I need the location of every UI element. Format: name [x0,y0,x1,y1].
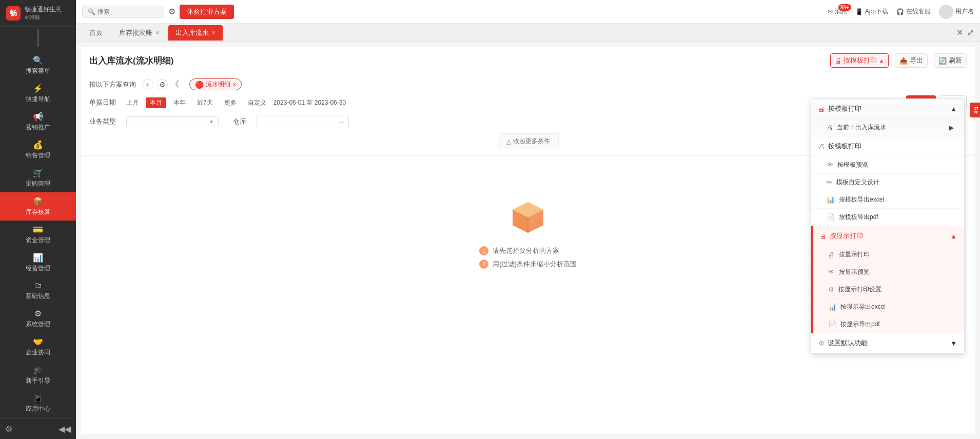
tab-batch-ledger-close-icon[interactable]: × [155,29,159,36]
date-option-this-year[interactable]: 本年 [169,97,190,108]
sidebar-item-finance[interactable]: 💳 资金管理 [0,221,76,249]
sidebar-item-search[interactable]: 🔍 搜索菜单 [0,51,76,79]
purchase-icon: 🛒 [33,168,43,178]
dropdown-template-custom[interactable]: ✏ 模板自定义设计 [811,174,964,191]
dropdown-main-label: 按模板打印 [828,104,861,113]
sidebar-item-marketing[interactable]: 📢 营销推广 [0,108,76,136]
warehouse-select[interactable]: ··· [257,115,349,128]
display-preview-icon: 👁 [828,268,835,276]
step-2-text: 用[过滤]条件来缩小分析范围 [493,260,576,269]
sidebar-label-inventory: 库存核算 [26,208,50,216]
sidebar-item-appstore[interactable]: 📱 应用中心 [0,389,76,417]
business-type-label: 业务类型 [89,117,116,126]
sidebar-item-inventory[interactable]: 📦 库存核算 [0,192,76,221]
refresh-btn[interactable]: 🔄 刷新 [934,53,967,68]
display-print-section-label: 按显示打印 [830,231,863,241]
topbar-search-input[interactable] [97,8,159,15]
app-badge: 标准版 [25,14,62,21]
template-excel-icon: 📊 [827,196,835,204]
sidebar-label-enterprise: 企业协同 [26,348,50,357]
online-service-label: 在线客服 [906,7,931,16]
tab-flow-close-icon[interactable]: × [212,29,215,36]
date-option-prev-month[interactable]: 上月 [122,97,143,108]
filter-row-top: 按以下方案查询 + ⚙ 《 🔴 流水明细 × [89,78,967,90]
inventory-icon: 📦 [33,196,43,206]
dropdown-display-pdf[interactable]: 📄 按显示导出pdf [813,316,964,333]
app-download-label: App下载 [865,7,888,16]
sidebar-item-system[interactable]: ⚙ 系统管理 [0,305,76,333]
filter-add-btn[interactable]: + [142,79,153,90]
print-template-label: 按模板打印 [844,56,877,65]
dropdown-current-label: 当前：出入库流水 [837,123,886,132]
dropdown-display-excel[interactable]: 📊 按显示导出excel [813,298,964,316]
template-print-section-icon: 🖨 [818,143,825,150]
user-avatar [939,5,953,19]
sidebar-label-appstore: 应用中心 [26,405,50,413]
sidebar-item-quick-nav[interactable]: ⚡ 快捷导航 [0,79,76,108]
trial-industry-btn[interactable]: 体验行业方案 [180,5,234,19]
online-service-btn[interactable]: 🎧 在线客服 [896,7,931,16]
dropdown-display-settings[interactable]: ⚙ 按显示打印设置 [813,281,964,298]
sidebar-item-guide[interactable]: 🎓 新手引导 [0,361,76,389]
step-1-text: 请先选择要分析的方案 [493,246,559,255]
date-filter: 上月 本月 本年 近7天 更多 自定义 2023-06-01 至 2023-06… [122,97,346,108]
default-settings-header[interactable]: ⚙ 设置默认功能 ▼ [811,333,964,353]
app-download-btn[interactable]: 📱 App下载 [855,7,888,16]
close-window-icon[interactable]: ✕ [956,28,963,37]
flow-type-tag[interactable]: 🔴 流水明细 × [189,78,242,90]
filter-actions: + ⚙ 《 [142,79,179,90]
expand-window-icon[interactable]: ⤢ [967,28,974,37]
sidebar-item-purchase[interactable]: 🛒 采购管理 [0,164,76,192]
user-profile-btn[interactable]: 用户名 [939,5,974,19]
footer-settings-btn[interactable]: ⚙ [5,424,12,434]
dropdown-template-excel[interactable]: 📊 按模板导出excel [811,191,964,209]
tab-home[interactable]: 首页 [82,25,110,41]
sidebar-label-operations: 经营管理 [26,264,50,273]
template-print-section: 🖨 按模板打印 👁 按模板预览 ✏ 模板自定义设计 📊 按模板导 [811,136,964,226]
date-option-7days[interactable]: 近7天 [193,97,217,108]
display-print-header[interactable]: 🖨 按显示打印 ▲ [813,226,964,246]
sidebar: 畅 畅捷通好生意 标准版 🔍 搜索菜单 ⚡ 快捷导航 📢 营销推广 💰 销售管理… [0,0,76,439]
business-type-select[interactable]: ▼ [126,116,219,127]
step-1-num: 1 [479,246,488,255]
sidebar-item-enterprise[interactable]: 🤝 企业协同 [0,333,76,361]
dropdown-template-preview[interactable]: 👁 按模板预览 [811,156,964,174]
topbar-gear-icon[interactable]: ⚙ [168,7,175,16]
dropdown-template-pdf[interactable]: 📄 按模板导出pdf [811,209,964,226]
tab-batch-ledger[interactable]: 库存批次账 × [112,25,166,41]
print-template-btn[interactable]: 🖨 按模板打印 ▲ [830,53,889,68]
date-option-this-month[interactable]: 本月 [146,97,166,108]
export-btn[interactable]: 📤 导出 [895,53,928,68]
flow-tag-close-icon[interactable]: × [232,81,236,88]
tab-batch-ledger-label: 库存批次账 [119,28,152,37]
right-edge-bar[interactable]: Rit [970,103,980,117]
display-print-icon: 🖨 [828,251,835,258]
display-excel-label: 按显示导出excel [840,303,886,311]
headset-icon: 🎧 [896,8,904,15]
current-flow-icon: 🖨 [827,124,833,131]
message-btn[interactable]: ✉ 消息 99+ [828,7,847,16]
filter-collapse-btn[interactable]: 《 [171,79,179,90]
display-print-section-icon: 🖨 [820,232,827,240]
dropdown-display-print[interactable]: 🖨 按显示打印 [813,246,964,264]
date-option-custom[interactable]: 自定义 [244,97,270,108]
dropdown-display-preview[interactable]: 👁 按显示预览 [813,264,964,281]
filter-setting-btn[interactable]: ⚙ [156,79,168,90]
system-icon: ⚙ [34,309,42,318]
collapse-more-btn[interactable]: △ 收起更多条件 [498,133,559,149]
sidebar-label-basic: 基础信息 [26,292,50,301]
warehouse-dots-icon: ··· [338,117,344,126]
topbar-search-box[interactable]: 🔍 [82,6,164,18]
sidebar-item-basic[interactable]: 🗂 基础信息 [0,277,76,305]
default-settings-arrow: ▼ [950,340,957,347]
sidebar-item-operations[interactable]: 📊 经营管理 [0,249,76,277]
template-print-header[interactable]: 🖨 按模板打印 [811,136,964,156]
sidebar-item-sales[interactable]: 💰 销售管理 [0,136,76,164]
dropdown-current-arrow-icon: ▶ [949,124,954,131]
date-option-more[interactable]: 更多 [220,97,241,108]
dropdown-current-item[interactable]: 🖨 当前：出入库流水 ▶ [811,119,964,136]
sidebar-label-guide: 新手引导 [26,376,50,385]
dropdown-main-header[interactable]: 🖨 按模板打印 ▲ [811,99,964,119]
footer-collapse-btn[interactable]: ◀◀ [58,424,71,434]
tab-flow[interactable]: 出入库流水 × [168,25,223,41]
